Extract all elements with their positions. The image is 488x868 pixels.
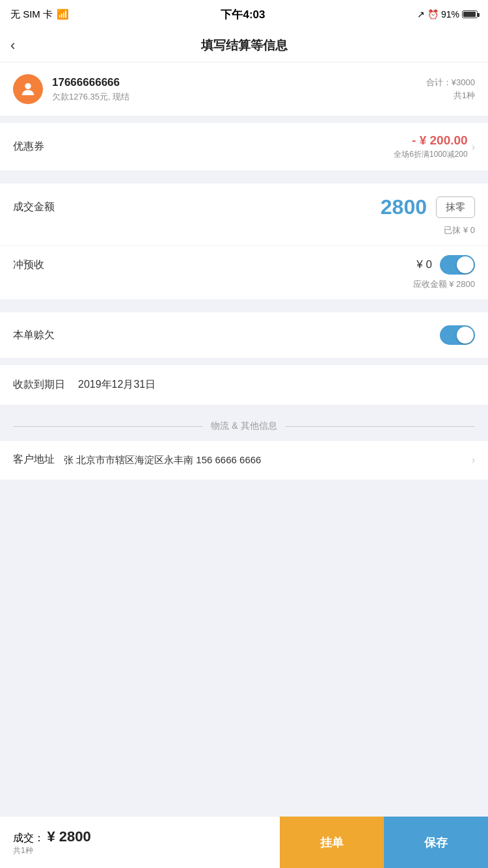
hang-button[interactable]: 挂单 <box>280 817 384 868</box>
coupon-row[interactable]: 优惠券 - ¥ 200.00 全场6折满1000减200 › <box>0 123 488 170</box>
summary-prefix: 成交： <box>13 832 44 843</box>
prepay-toggle[interactable] <box>440 255 475 275</box>
address-label: 客户地址 <box>13 453 55 467</box>
amount-sub: 已抹 ¥ 0 <box>0 224 488 245</box>
coupon-section[interactable]: 优惠券 - ¥ 200.00 全场6折满1000减200 › <box>0 123 488 170</box>
address-value: 张 北京市市辖区海淀区永丰南 156 6666 6666 <box>64 453 465 468</box>
round-button[interactable]: 抹零 <box>436 197 475 218</box>
duedate-section: 收款到期日 2019年12月31日 <box>0 365 488 405</box>
duedate-row: 收款到期日 2019年12月31日 <box>0 365 488 405</box>
gray-filler <box>0 486 488 564</box>
divider-1 <box>0 177 488 183</box>
prepay-amount-group: ¥ 0 <box>416 258 432 271</box>
amount-label: 成交金额 <box>13 200 55 214</box>
carrier-label: 无 SIM 卡 <box>10 8 53 21</box>
coupon-discount: - ¥ 200.00 <box>394 133 467 148</box>
coupon-label: 优惠券 <box>13 140 44 154</box>
svg-point-0 <box>25 83 31 89</box>
customer-section: 17666666666 欠款1276.35元, 现结 合计：¥3000 共1种 <box>0 62 488 116</box>
address-chevron-icon: › <box>472 454 475 466</box>
total-label: 合计：¥3000 <box>426 77 475 88</box>
duedate-label: 收款到期日 <box>13 378 65 392</box>
amount-value: 2800 <box>381 195 427 219</box>
divider-2 <box>0 306 488 312</box>
location-icon: ↗ <box>417 9 425 20</box>
prepay-toggle-knob <box>457 256 474 273</box>
bottom-summary-top: 成交： ¥ 2800 <box>13 828 267 845</box>
customer-phone: 17666666666 <box>52 76 129 89</box>
address-section[interactable]: 客户地址 张 北京市市辖区海淀区永丰南 156 6666 6666 › <box>0 441 488 480</box>
summary-amount: ¥ 2800 <box>47 828 90 845</box>
logistics-text: 物流 & 其他信息 <box>211 420 277 432</box>
status-time: 下午4:03 <box>221 7 265 22</box>
amount-section: 成交金额 2800 抹零 已抹 ¥ 0 冲预收 ¥ 0 应收金额 ¥ 2800 <box>0 183 488 299</box>
customer-right: 合计：¥3000 共1种 <box>426 77 475 102</box>
battery-icon <box>462 10 478 18</box>
prepay-right: ¥ 0 <box>416 255 475 275</box>
customer-row: 17666666666 欠款1276.35元, 现结 合计：¥3000 共1种 <box>0 62 488 116</box>
prepay-amount: ¥ 0 <box>416 258 432 271</box>
battery-label: 91% <box>441 9 459 20</box>
address-row[interactable]: 客户地址 张 北京市市辖区海淀区永丰南 156 6666 6666 › <box>0 441 488 480</box>
coupon-chevron-icon: › <box>472 141 475 153</box>
prepay-receivable: 应收金额 ¥ 2800 <box>0 278 488 299</box>
summary-count: 共1种 <box>13 845 267 856</box>
customer-info: 17666666666 欠款1276.35元, 现结 <box>52 76 129 103</box>
nav-bar: ‹ 填写结算等信息 <box>0 29 488 62</box>
bottom-summary: 成交： ¥ 2800 共1种 <box>0 817 280 868</box>
alarm-icon: ⏰ <box>427 9 439 20</box>
customer-debt: 欠款1276.35元, 现结 <box>52 91 129 103</box>
status-right: ↗ ⏰ 91% <box>417 9 478 20</box>
save-button[interactable]: 保存 <box>384 817 488 868</box>
allowance-toggle[interactable] <box>440 325 475 345</box>
back-button[interactable]: ‹ <box>10 37 15 54</box>
duedate-value: 2019年12月31日 <box>78 378 156 392</box>
content: 17666666666 欠款1276.35元, 现结 合计：¥3000 共1种 … <box>0 62 488 623</box>
coupon-desc: 全场6折满1000减200 <box>394 149 467 160</box>
allowance-toggle-knob <box>457 327 474 344</box>
customer-count: 共1种 <box>426 90 475 102</box>
customer-left: 17666666666 欠款1276.35元, 现结 <box>13 74 129 104</box>
allowance-row: 本单赊欠 <box>0 312 488 358</box>
wifi-icon: 📶 <box>57 8 69 20</box>
logistics-line-right <box>285 426 475 427</box>
prepay-row: 冲预收 ¥ 0 <box>0 246 488 278</box>
logistics-line-left <box>13 426 203 427</box>
nav-title: 填写结算等信息 <box>201 37 288 54</box>
amount-right: 2800 抹零 <box>381 195 475 219</box>
allowance-label: 本单赊欠 <box>13 329 55 342</box>
avatar <box>13 74 43 104</box>
logistics-divider: 物流 & 其他信息 <box>0 411 488 441</box>
allowance-section: 本单赊欠 <box>0 312 488 358</box>
status-left: 无 SIM 卡 📶 <box>10 8 69 21</box>
bottom-bar: 成交： ¥ 2800 共1种 挂单 保存 <box>0 816 488 868</box>
amount-row: 成交金额 2800 抹零 <box>0 183 488 224</box>
coupon-right-group: - ¥ 200.00 全场6折满1000减200 › <box>394 133 475 160</box>
status-bar: 无 SIM 卡 📶 下午4:03 ↗ ⏰ 91% <box>0 0 488 29</box>
prepay-label: 冲预收 <box>13 258 44 272</box>
coupon-right: - ¥ 200.00 全场6折满1000减200 <box>394 133 467 160</box>
